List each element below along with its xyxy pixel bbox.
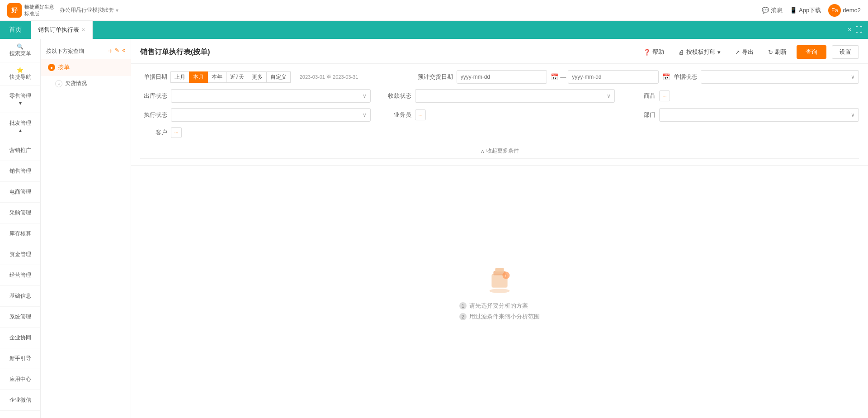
sidebar-item-enterprise[interactable]: 企业协同 [0,328,40,348]
refresh-icon: ↻ [768,49,773,56]
expected-date-label: 预计交货日期 [418,73,453,81]
chevron-up-icon: ▴ [19,127,22,133]
window-maximize-button[interactable]: ⛶ [855,26,863,34]
filter-group-payment: 收款状态 ∨ [384,89,615,103]
date-tabs: 上月 本月 本年 近7天 更多 自定义 [171,71,291,83]
salesman-picker[interactable]: ··· [415,109,426,120]
shipment-label: 出库状态 [140,92,167,100]
sidebar-item-wholesale[interactable]: 批发管理 ▴ [0,113,40,140]
payment-select[interactable]: ∨ [415,89,615,103]
print-button[interactable]: 🖨 按模板打印 ▾ [674,46,725,58]
doc-status-select[interactable]: ∨ [701,70,859,84]
department-select[interactable]: ∨ [659,108,859,122]
filter-group-doc-status: 单据状态 ∨ [670,70,859,84]
filter-group-date: 单据日期 上月 本月 本年 近7天 更多 自定义 2023-03-01 至 20… [140,71,418,83]
execute-select[interactable]: ∨ [171,108,371,122]
page-area: 按以下方案查询 + ✎ « ● 按单 ○ 欠货情况 [41,39,868,418]
refresh-button[interactable]: ↻ 刷新 [764,46,791,58]
svg-point-0 [490,289,510,293]
sidebar-item-retail[interactable]: 零售管理 ▾ [0,86,40,113]
date-tab-custom[interactable]: 自定义 [266,71,291,83]
export-button[interactable]: ↗ 导出 [731,46,758,58]
content-panel: 按以下方案查询 + ✎ « ● 按单 ○ 欠货情况 [41,39,868,418]
sidebar-item-quick-nav[interactable]: ⭐ 快捷导航 [0,62,40,86]
goods-label: 商品 [628,92,656,100]
expected-date-end[interactable] [568,70,658,84]
date-tab-this-year[interactable]: 本年 [208,71,226,83]
tab-close-icon[interactable]: × [82,27,85,33]
breadcrumb[interactable]: 办公用品行业模拟账套 ▾ [60,6,118,14]
sidebar-item-basic[interactable]: 基础信息 [0,286,40,307]
logo-icon: 好 [7,3,22,18]
svg-rect-3 [495,268,504,273]
tab-home[interactable]: 首页 [0,21,31,39]
filter-form: 单据日期 上月 本月 本年 近7天 更多 自定义 2023-03-01 至 20… [131,64,868,166]
svg-point-4 [502,272,509,279]
calendar-end-icon[interactable]: 📅 [662,73,670,81]
date-range-sub: 2023-03-01 至 2023-03-31 [300,74,359,81]
search-menu-icon: 🔍 [17,43,24,50]
sidebar-item-operation[interactable]: 经营管理 [0,265,40,286]
collapse-bar[interactable]: ∧ 收起更多条件 [140,143,859,159]
sidebar-item-member[interactable]: 畅会员 [0,411,40,418]
sidebar-item-marketing[interactable]: 营销推广 [0,140,40,161]
search-button[interactable]: 查询 [797,45,826,59]
sidebar-item-app-center[interactable]: 应用中心 [0,369,40,390]
tab-sales-execution[interactable]: 销售订单执行表 × [31,21,93,39]
payment-chevron-icon: ∨ [607,93,611,99]
collapse-panel-button[interactable]: « [122,47,125,55]
main-form-area: 销售订单执行表(按单) ❓ 帮助 🖨 按模板打印 ▾ ↗ [131,39,868,418]
avatar: Ea [828,4,841,17]
filter-group-goods: 商品 ··· [628,90,859,101]
goods-picker[interactable]: ··· [659,90,670,101]
window-close-button[interactable]: × [848,26,852,34]
date-tab-last-month[interactable]: 上月 [170,71,189,83]
tab-bar: 首页 销售订单执行表 × × ⛶ [0,21,868,39]
department-chevron-icon: ∨ [851,112,855,118]
sidebar-item-wechat[interactable]: 企业微信 [0,390,40,411]
help-icon: ❓ [643,49,651,56]
date-tab-more[interactable]: 更多 [248,71,267,83]
help-button[interactable]: ❓ 帮助 [639,46,669,58]
sidebar-item-search-menu[interactable]: 🔍 搜索菜单 [0,39,40,62]
sidebar-item-newbie[interactable]: 新手引导 [0,348,40,369]
sidebar-item-inventory[interactable]: 库存核算 [0,223,40,244]
date-label: 单据日期 [140,73,167,81]
date-tab-this-month[interactable]: 本月 [189,71,208,83]
date-tab-7days[interactable]: 近7天 [226,71,248,83]
message-icon: 💬 [762,7,769,14]
expected-date-start[interactable] [457,70,547,84]
export-icon: ↗ [735,49,740,56]
sidebar-item-sales[interactable]: 销售管理 [0,161,40,182]
download-icon: 📱 [790,7,797,14]
app-download-button[interactable]: 📱 App下载 [790,6,821,14]
user-menu[interactable]: Ea demo2 [828,4,861,17]
edit-scheme-button[interactable]: ✎ [115,47,119,55]
expected-date-range: 📅 — 📅 [457,70,670,84]
sidebar-item-finance[interactable]: 资金管理 [0,244,40,265]
customer-picker[interactable]: ··· [171,127,182,138]
add-scheme-button[interactable]: + [108,47,112,55]
breadcrumb-chevron-icon: ▾ [116,7,118,14]
sidebar-item-system[interactable]: 系统管理 [0,307,40,328]
filter-group-expected-date: 预计交货日期 📅 — 📅 [418,70,670,84]
filter-row-2: 出库状态 ∨ 收款状态 ∨ [140,89,859,103]
logo: 好 畅捷通好生意 标准版 [7,3,54,18]
scheme-item-欠货情况[interactable]: ○ 欠货情况 [41,76,131,91]
svg-text:!: ! [505,274,506,278]
chevron-down-icon: ▾ [19,100,22,106]
department-label: 部门 [628,111,656,119]
filter-row-1: 单据日期 上月 本月 本年 近7天 更多 自定义 2023-03-01 至 20… [140,70,859,84]
breadcrumb-text: 办公用品行业模拟账套 [60,6,114,14]
shipment-select[interactable]: ∨ [171,89,371,103]
sidebar-item-ecommerce[interactable]: 电商管理 [0,182,40,203]
calendar-start-icon[interactable]: 📅 [551,73,558,81]
settings-button[interactable]: 设置 [832,45,859,59]
message-button[interactable]: 💬 消息 [762,6,783,14]
main-content: 🔍 搜索菜单 ⭐ 快捷导航 零售管理 ▾ 批发管理 ▴ 营销推广 销售管理 电商… [0,39,868,418]
scheme-item-按单[interactable]: ● 按单 [41,59,131,76]
top-bar-right: 💬 消息 📱 App下载 Ea demo2 [762,4,861,17]
status-chevron-icon: ∨ [851,74,855,80]
sidebar-item-purchase[interactable]: 采购管理 [0,203,40,223]
sidebar: 🔍 搜索菜单 ⭐ 快捷导航 零售管理 ▾ 批发管理 ▴ 营销推广 销售管理 电商… [0,39,41,418]
